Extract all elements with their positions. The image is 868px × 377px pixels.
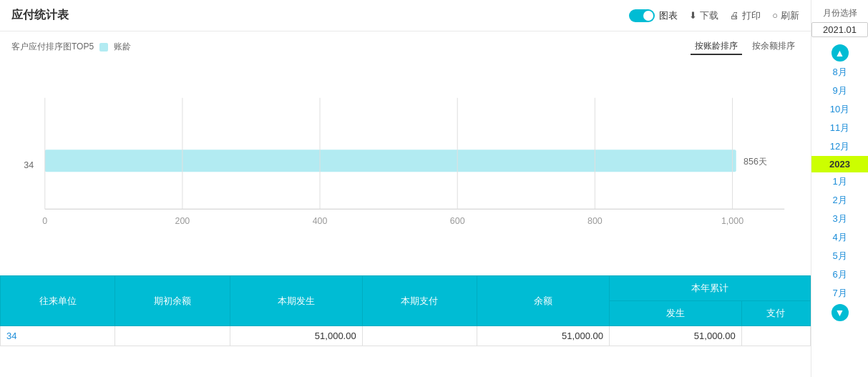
svg-text:34: 34 bbox=[24, 160, 34, 170]
print-label: 打印 bbox=[742, 9, 761, 22]
print-icon: 🖨 bbox=[730, 10, 739, 21]
legend-label: 账龄 bbox=[114, 41, 131, 53]
month-item[interactable]: 11月 bbox=[811, 119, 868, 137]
cell-annual-payment bbox=[741, 326, 810, 346]
sort-by-balance-button[interactable]: 按账龄排序 bbox=[691, 39, 742, 55]
legend-text: 客户应付排序图TOP5 bbox=[11, 41, 94, 53]
chart-toggle-wrap[interactable]: 图表 bbox=[629, 9, 678, 22]
legend-dot bbox=[99, 43, 108, 52]
chart-svg: 34 856天 0 200 400 600 800 1,000 bbox=[11, 61, 799, 268]
th-annual-group: 本年累计 bbox=[609, 276, 810, 301]
svg-text:200: 200 bbox=[175, 216, 190, 226]
svg-text:856天: 856天 bbox=[743, 157, 767, 167]
svg-rect-1 bbox=[45, 150, 736, 172]
month-item[interactable]: 3月 bbox=[811, 210, 868, 228]
chart-section: 客户应付排序图TOP5 账龄 按账龄排序 按余额排序 34 856天 bbox=[0, 31, 811, 275]
month-item[interactable]: 8月 bbox=[811, 63, 868, 82]
th-opening-balance: 期初余额 bbox=[115, 276, 230, 326]
sidebar-label: 月份选择 bbox=[823, 7, 857, 19]
cell-balance: 51,000.00 bbox=[477, 326, 610, 346]
cell-company: 34 bbox=[1, 326, 115, 346]
th-current-payment: 本期支付 bbox=[362, 276, 477, 326]
sidebar-down-button[interactable]: ▼ bbox=[832, 304, 849, 321]
sidebar-up-button[interactable]: ▲ bbox=[832, 44, 849, 62]
th-annual-payment: 支付 bbox=[741, 301, 810, 326]
refresh-button[interactable]: ○ 刷新 bbox=[772, 9, 799, 22]
cell-current-payment bbox=[362, 326, 477, 346]
cell-annual-occurrence: 51,000.00 bbox=[609, 326, 741, 346]
month-item[interactable]: 7月 bbox=[811, 284, 868, 303]
th-current-occurrence: 本期发生 bbox=[230, 276, 362, 326]
month-item[interactable]: 9月 bbox=[811, 82, 868, 100]
cell-current-occurrence: 51,000.00 bbox=[230, 326, 362, 346]
print-button[interactable]: 🖨 打印 bbox=[730, 9, 761, 22]
th-balance: 余额 bbox=[477, 276, 610, 326]
table-row: 3451,000.0051,000.0051,000.00 bbox=[1, 326, 811, 346]
th-company: 往来单位 bbox=[1, 276, 115, 326]
chart-toggle[interactable] bbox=[629, 9, 655, 22]
month-item[interactable]: 1月 bbox=[811, 172, 868, 191]
svg-text:600: 600 bbox=[450, 216, 465, 226]
month-item[interactable]: 2月 bbox=[811, 191, 868, 210]
chart-label: 图表 bbox=[659, 9, 678, 22]
th-annual-occurrence: 发生 bbox=[609, 301, 741, 326]
month-item[interactable]: 5月 bbox=[811, 247, 868, 265]
chart-legend: 客户应付排序图TOP5 账龄 bbox=[11, 41, 131, 53]
svg-text:0: 0 bbox=[42, 216, 47, 226]
month-item[interactable]: 6月 bbox=[811, 265, 868, 284]
download-button[interactable]: ⬇ 下载 bbox=[689, 9, 718, 22]
download-label: 下载 bbox=[700, 9, 718, 22]
sidebar-year[interactable]: 2021.01 bbox=[811, 22, 868, 37]
page-title: 应付统计表 bbox=[11, 8, 69, 23]
sidebar: 月份选择 2021.01 ▲ 8月9月10月11月12月20231月2月3月4月… bbox=[811, 0, 868, 377]
svg-text:1,000: 1,000 bbox=[721, 216, 743, 226]
refresh-icon: ○ bbox=[772, 10, 778, 21]
month-item[interactable]: 4月 bbox=[811, 228, 868, 247]
month-item[interactable]: 12月 bbox=[811, 137, 868, 156]
refresh-label: 刷新 bbox=[781, 9, 799, 22]
company-link[interactable]: 34 bbox=[6, 331, 16, 341]
chart-sort-buttons: 按账龄排序 按余额排序 bbox=[691, 39, 799, 55]
data-table: 往来单位 期初余额 本期发生 本期支付 余额 本年累计 发生 支付 3451,0… bbox=[0, 275, 811, 346]
sort-by-amount-button[interactable]: 按余额排序 bbox=[748, 39, 799, 55]
header-actions: 图表 ⬇ 下载 🖨 打印 ○ 刷新 bbox=[629, 9, 799, 22]
download-icon: ⬇ bbox=[689, 10, 697, 21]
chart-area: 34 856天 0 200 400 600 800 1,000 bbox=[11, 61, 799, 268]
month-item[interactable]: 10月 bbox=[811, 100, 868, 119]
svg-text:800: 800 bbox=[587, 216, 603, 226]
svg-text:400: 400 bbox=[313, 216, 328, 226]
month-list: 8月9月10月11月12月20231月2月3月4月5月6月7月 bbox=[811, 63, 868, 303]
current-year-marker: 2023 bbox=[811, 156, 868, 172]
cell-opening-balance bbox=[115, 326, 230, 346]
table-section: 往来单位 期初余额 本期发生 本期支付 余额 本年累计 发生 支付 3451,0… bbox=[0, 275, 811, 377]
